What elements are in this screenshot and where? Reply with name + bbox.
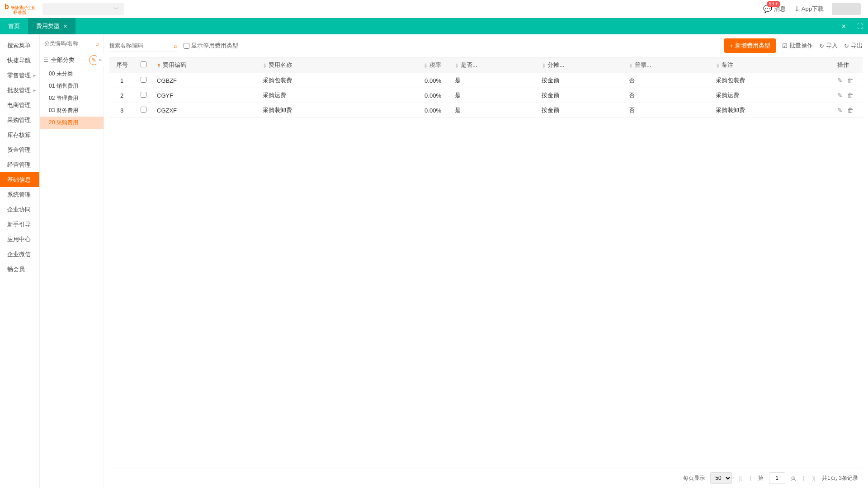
cell-yn: 是 (450, 103, 537, 118)
nav-quick-nav[interactable]: 快捷导航 (0, 53, 39, 68)
next-page-button[interactable]: ⟩ (802, 475, 806, 482)
left-nav: 搜索菜单 快捷导航 零售管理▸ 批发管理▸ 电商管理 采购管理 库存核算 资金管… (0, 34, 40, 488)
table-header-row: 序号 ▲▼费用编码 ▲▼费用名称 ▲▼税率 ▲▼是否... ▲▼分摊... ▲▼… (109, 57, 863, 73)
grid-icon (43, 57, 48, 63)
nav-inventory[interactable]: 库存核算 (0, 127, 39, 142)
nav-enterprise-coop[interactable]: 企业协同 (0, 202, 39, 217)
th-index[interactable]: 序号 (109, 57, 134, 73)
cell-rate: 0.00% (364, 103, 450, 118)
cell-ticket: 否 (624, 88, 711, 103)
tree-search-input[interactable] (44, 40, 94, 47)
batch-ops-button[interactable]: ☑ 批量操作 (782, 42, 813, 50)
nav-enterprise-wechat[interactable]: 企业微信 (0, 247, 39, 262)
delete-icon[interactable]: 🗑 (847, 77, 854, 84)
tab-fee-type[interactable]: 费用类型 ✕ (28, 18, 75, 34)
topbar: b 畅捷通好生意 标准版 ﹀ 💬 消息 99 + ⤓ App下载 (0, 0, 868, 18)
nav-app-center[interactable]: 应用中心 (0, 232, 39, 247)
cell-alloc: 按金额 (537, 88, 624, 103)
nav-system[interactable]: 系统管理 (0, 187, 39, 202)
nav-newbie[interactable]: 新手引导 (0, 217, 39, 232)
th-alloc[interactable]: ▲▼分摊... (537, 57, 624, 73)
th-remark[interactable]: ▲▼备注 (711, 57, 817, 73)
search-input[interactable] (109, 42, 174, 49)
page-suffix: 页 (791, 474, 796, 482)
delete-icon[interactable]: 🗑 (847, 92, 854, 99)
brand-edition: 标准版 (13, 10, 27, 15)
row-checkbox[interactable] (141, 92, 146, 98)
page-input[interactable] (769, 472, 785, 484)
table-row: 1CGBZF采购包装费0.00%是按金额否采购包装费✎🗑 (109, 73, 863, 88)
download-icon: ⤓ (794, 5, 800, 13)
nav-member[interactable]: 畅会员 (0, 262, 39, 277)
tree-item[interactable]: 00 未分类 (40, 68, 104, 80)
caret-icon: ▸ (33, 73, 36, 78)
tab-home-label: 首页 (8, 22, 20, 30)
nav-wholesale[interactable]: 批发管理▸ (0, 83, 39, 98)
app-download-label: App下载 (802, 5, 824, 13)
delete-icon[interactable]: 🗑 (847, 107, 854, 114)
prev-page-button[interactable]: ⟨ (749, 475, 753, 482)
first-page-button[interactable]: |⟨ (737, 475, 743, 482)
last-page-button[interactable]: ⟩| (811, 475, 816, 482)
tree-collapse-button[interactable]: « (97, 53, 104, 66)
fee-table: 序号 ▲▼费用编码 ▲▼费用名称 ▲▼税率 ▲▼是否... ▲▼分摊... ▲▼… (109, 57, 863, 118)
cell-code: CGYF (152, 88, 258, 103)
th-check[interactable] (134, 57, 152, 73)
cell-check (134, 103, 152, 118)
avatar[interactable] (832, 3, 861, 15)
nav-ecommerce[interactable]: 电商管理 (0, 98, 39, 113)
edit-icon[interactable]: ✎ (837, 107, 843, 114)
import-icon: ↻ (819, 42, 824, 49)
th-ticket[interactable]: ▲▼普票... (624, 57, 711, 73)
tab-home[interactable]: 首页 (0, 18, 28, 34)
logo-icon: b 畅捷通好生意 (5, 3, 35, 10)
per-page-label: 每页显示 (683, 474, 705, 482)
tree-list: 00 未分类 01 销售费用 02 管理费用 03 财务费用 20 采购费用 (40, 68, 104, 488)
export-icon: ↻ (844, 42, 849, 49)
add-fee-type-button[interactable]: + 新增费用类型 (724, 38, 776, 53)
cell-ops: ✎🗑 (817, 73, 863, 88)
nav-search-menu[interactable]: 搜索菜单 (0, 38, 39, 53)
org-selector[interactable]: ﹀ (42, 3, 124, 15)
show-disabled-checkbox[interactable]: 显示停用费用类型 (184, 42, 238, 50)
tree-item[interactable]: 01 销售费用 (40, 80, 104, 92)
page-prefix: 第 (758, 474, 764, 482)
nav-retail[interactable]: 零售管理▸ (0, 68, 39, 83)
cell-name: 采购运费 (258, 88, 364, 103)
row-checkbox[interactable] (141, 77, 146, 83)
tree-all-categories[interactable]: 全部分类 (51, 56, 86, 64)
row-checkbox[interactable] (141, 107, 146, 113)
edit-icon[interactable]: ✎ (837, 92, 843, 99)
nav-funds[interactable]: 资金管理 (0, 142, 39, 157)
cell-rate: 0.00% (364, 73, 450, 88)
th-rate[interactable]: ▲▼税率 (364, 57, 450, 73)
th-code[interactable]: ▲▼费用编码 (152, 57, 258, 73)
tree-item[interactable]: 20 采购费用 (40, 117, 104, 129)
cell-check (134, 88, 152, 103)
nav-base-info[interactable]: 基础信息 (0, 172, 39, 187)
th-name[interactable]: ▲▼费用名称 (258, 57, 364, 73)
close-icon[interactable]: ✕ (63, 23, 67, 29)
tree-item[interactable]: 02 管理费用 (40, 92, 104, 104)
edit-icon[interactable]: ✎ (837, 77, 843, 84)
th-yn[interactable]: ▲▼是否... (450, 57, 537, 73)
tree-item[interactable]: 03 财务费用 (40, 104, 104, 117)
chevron-down-icon: ﹀ (113, 5, 119, 13)
import-button[interactable]: ↻ 导入 (819, 42, 838, 50)
export-button[interactable]: ↻ 导出 (844, 42, 863, 50)
nav-operation[interactable]: 经营管理 (0, 157, 39, 172)
app-download-button[interactable]: ⤓ App下载 (794, 5, 824, 13)
show-disabled-input[interactable] (184, 43, 189, 49)
table-row: 3CGZXF采购装卸费0.00%是按金额否采购装卸费✎🗑 (109, 103, 863, 118)
cell-ops: ✎🗑 (817, 88, 863, 103)
nav-purchase[interactable]: 采购管理 (0, 113, 39, 127)
messages-button[interactable]: 💬 消息 99 + (763, 5, 786, 13)
close-all-tabs-button[interactable]: ✕ (835, 18, 852, 34)
cell-code: CGZXF (152, 103, 258, 118)
select-all-checkbox[interactable] (141, 61, 146, 67)
search-icon[interactable]: ⌕ (174, 42, 177, 49)
table-row: 2CGYF采购运费0.00%是按金额否采购运费✎🗑 (109, 88, 863, 103)
per-page-select[interactable]: 50 (710, 472, 732, 484)
search-icon[interactable]: ⌕ (95, 40, 99, 47)
fullscreen-button[interactable]: ⛶ (852, 18, 868, 34)
